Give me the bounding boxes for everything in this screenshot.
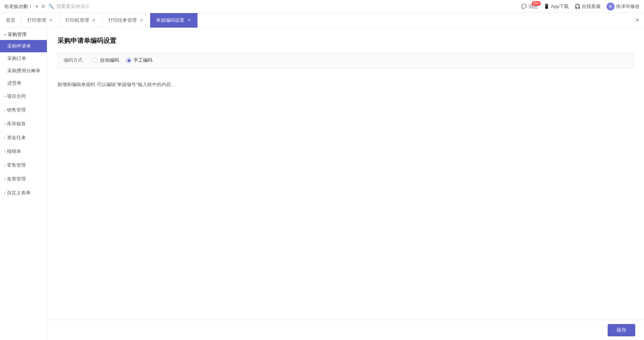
top-bar-left: 给老板勿删！ ▾ ⚙ 🔍 我要看实例演示 bbox=[4, 3, 89, 10]
sidebar-group-returns[interactable]: › 报销单 bbox=[0, 145, 47, 158]
hint-text: 新增和编辑单据时,可以编辑"单据编号"输入框中的内容。 bbox=[57, 76, 634, 94]
purchase-expense-label: 采购费用分摊单 bbox=[7, 68, 40, 73]
tab-printer-mgmt[interactable]: 打印机管理 ✕ bbox=[60, 13, 103, 28]
content-area: 采购申请单编码设置 编码方式 自动编码 手工编码 bbox=[47, 28, 644, 340]
custom-expand-icon: › bbox=[4, 191, 5, 195]
tab-barcode-settings-label: 单据编码设置 bbox=[156, 17, 184, 24]
sidebar-group-purchase-title[interactable]: ▾ 采购管理 bbox=[0, 28, 47, 40]
app-download-button[interactable]: 📱 App下载 bbox=[544, 3, 569, 10]
encoding-row: 编码方式 自动编码 手工编码 bbox=[58, 53, 633, 68]
funds-expand-icon: › bbox=[4, 136, 5, 140]
sidebar-group-invoice[interactable]: › 发票管理 bbox=[0, 172, 47, 186]
tab-print-mgmt[interactable]: 打印管理 ✕ bbox=[21, 13, 60, 28]
sidebar-group-custom[interactable]: › 自定义表单 bbox=[0, 186, 47, 200]
custom-label: 自定义表单 bbox=[7, 190, 31, 196]
tab-bar: 首页 打印管理 ✕ 打印机管理 ✕ 打印任务管理 ✕ 单据编码设置 ✕ ✕ bbox=[0, 13, 644, 28]
search-bar[interactable]: 🔍 我要看实例演示 bbox=[48, 3, 89, 10]
purchase-expand-icon: ▾ bbox=[4, 33, 6, 37]
tab-print-mgmt-close[interactable]: ✕ bbox=[48, 18, 53, 23]
top-bar: 给老板勿删！ ▾ ⚙ 🔍 我要看实例演示 💬 消息 99+ 📱 App下载 🎧 … bbox=[0, 0, 644, 13]
sidebar-item-inbound[interactable]: 进货单 bbox=[0, 77, 47, 89]
radio-manual-circle bbox=[126, 58, 131, 63]
top-bar-right: 💬 消息 99+ 📱 App下载 🎧 在线客服 徐 徐泽华修改 bbox=[521, 3, 640, 11]
messages-badge: 99+ bbox=[532, 1, 541, 6]
avatar-letter: 徐 bbox=[609, 4, 612, 9]
settings-icon[interactable]: ⚙ bbox=[41, 4, 45, 9]
dropdown-icon[interactable]: ▾ bbox=[36, 4, 38, 9]
tab-home[interactable]: 首页 bbox=[0, 13, 21, 28]
purchase-order-label: 采购订单 bbox=[7, 56, 26, 61]
sidebar-group-retail[interactable]: › 零售管理 bbox=[0, 158, 47, 172]
inventory-expand-icon: › bbox=[4, 122, 5, 126]
sidebar-item-purchase-order[interactable]: 采购订单 bbox=[0, 52, 47, 65]
inbound-label: 进货单 bbox=[7, 80, 21, 86]
invoice-expand-icon: › bbox=[4, 177, 5, 181]
purchase-request-label: 采购申请单 bbox=[7, 43, 31, 49]
sidebar: ▾ 采购管理 采购申请单 采购订单 采购费用分摊单 进货单 › 项目合同 › 销… bbox=[0, 28, 47, 340]
support-label: 在线客服 bbox=[582, 3, 601, 10]
online-support-button[interactable]: 🎧 在线客服 bbox=[575, 3, 601, 10]
radio-auto[interactable]: 自动编码 bbox=[93, 57, 119, 64]
messages-button[interactable]: 💬 消息 99+ bbox=[521, 3, 538, 10]
sidebar-item-purchase-expense[interactable]: 采购费用分摊单 bbox=[0, 65, 47, 77]
radio-auto-circle bbox=[93, 58, 98, 63]
search-icon: 🔍 bbox=[48, 4, 54, 9]
sidebar-group-purchase: ▾ 采购管理 采购申请单 采购订单 采购费用分摊单 进货单 bbox=[0, 28, 47, 89]
tab-print-task-close[interactable]: ✕ bbox=[139, 18, 144, 23]
search-text: 我要看实例演示 bbox=[56, 3, 89, 10]
encoding-method-label: 编码方式 bbox=[64, 57, 93, 64]
user-profile[interactable]: 徐 徐泽华修改 bbox=[607, 3, 640, 11]
content-footer: 保存 bbox=[47, 320, 644, 340]
returns-expand-icon: › bbox=[4, 150, 5, 154]
sidebar-group-inventory[interactable]: › 库存核算 bbox=[0, 117, 47, 131]
tab-printer-mgmt-label: 打印机管理 bbox=[65, 17, 89, 24]
page-title: 采购申请单编码设置 bbox=[57, 36, 634, 45]
sidebar-item-purchase-request[interactable]: 采购申请单 bbox=[0, 40, 47, 52]
support-icon: 🎧 bbox=[575, 4, 580, 9]
radio-group: 自动编码 手工编码 bbox=[93, 57, 152, 64]
avatar: 徐 bbox=[607, 3, 615, 11]
save-button[interactable]: 保存 bbox=[608, 324, 635, 336]
radio-manual-label: 手工编码 bbox=[133, 57, 152, 64]
radio-manual[interactable]: 手工编码 bbox=[126, 57, 152, 64]
tab-print-task[interactable]: 打印任务管理 ✕ bbox=[103, 13, 150, 28]
project-expand-icon: › bbox=[4, 94, 5, 98]
radio-auto-label: 自动编码 bbox=[100, 57, 119, 64]
purchase-group-label: 采购管理 bbox=[8, 31, 27, 38]
project-label: 项目合同 bbox=[7, 93, 26, 100]
sidebar-group-funds[interactable]: › 资金往来 bbox=[0, 131, 47, 145]
brand-text: 给老板勿删！ bbox=[4, 3, 33, 10]
close-all-button[interactable]: ✕ bbox=[635, 17, 640, 24]
sales-label: 销售管理 bbox=[7, 107, 26, 113]
encoding-section: 编码方式 自动编码 手工编码 bbox=[57, 52, 634, 68]
tab-barcode-settings[interactable]: 单据编码设置 ✕ bbox=[150, 13, 198, 28]
returns-label: 报销单 bbox=[7, 148, 21, 155]
inventory-label: 库存核算 bbox=[7, 121, 26, 127]
sidebar-group-project[interactable]: › 项目合同 bbox=[0, 89, 47, 103]
invoice-label: 发票管理 bbox=[7, 176, 26, 182]
app-icon: 📱 bbox=[544, 4, 549, 9]
tab-home-label: 首页 bbox=[6, 17, 15, 24]
tab-printer-mgmt-close[interactable]: ✕ bbox=[91, 18, 96, 23]
main-layout: ▾ 采购管理 采购申请单 采购订单 采购费用分摊单 进货单 › 项目合同 › 销… bbox=[0, 28, 644, 340]
app-label: App下载 bbox=[551, 3, 569, 10]
sidebar-group-sales[interactable]: › 销售管理 bbox=[0, 103, 47, 117]
retail-label: 零售管理 bbox=[7, 162, 26, 169]
user-name: 徐泽华修改 bbox=[616, 3, 640, 10]
sales-expand-icon: › bbox=[4, 108, 5, 112]
tab-print-mgmt-label: 打印管理 bbox=[27, 17, 46, 24]
tab-print-task-label: 打印任务管理 bbox=[108, 17, 137, 24]
tab-barcode-settings-close[interactable]: ✕ bbox=[187, 18, 192, 23]
retail-expand-icon: › bbox=[4, 163, 5, 167]
funds-label: 资金往来 bbox=[7, 134, 26, 141]
messages-icon: 💬 bbox=[521, 4, 527, 9]
content-inner: 采购申请单编码设置 编码方式 自动编码 手工编码 bbox=[47, 28, 644, 320]
